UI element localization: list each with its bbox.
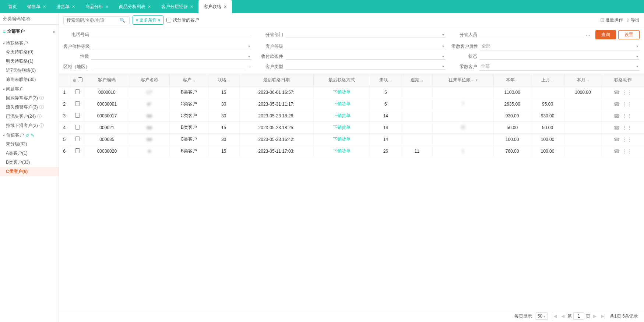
nav-product-list[interactable]: 商品分析列表 ✕ — [114, 0, 156, 13]
contact-method-link[interactable]: 下销货单 — [333, 137, 351, 142]
sidebar-item-today[interactable]: 今天待联络(0) — [0, 47, 59, 57]
more-action-icon[interactable]: ⋮⋮ — [622, 89, 632, 95]
th-checkbox[interactable]: ⚙ — [70, 74, 85, 86]
nav-product-list-close[interactable]: ✕ — [148, 4, 151, 9]
filter-retail-attr-select[interactable]: 全部 ▾ — [480, 42, 640, 50]
contact-icon[interactable]: ☎ — [613, 113, 620, 119]
select-all-checkbox[interactable] — [78, 77, 82, 82]
cell-checkbox[interactable] — [70, 110, 85, 122]
page-input[interactable] — [573, 312, 584, 320]
my-customers-checkbox[interactable] — [166, 18, 171, 22]
filter-payment-select[interactable]: ▾ — [285, 54, 446, 60]
cell-last-method[interactable]: 下销货单 — [313, 122, 370, 134]
page-size-select[interactable]: 50 ▾ — [535, 312, 548, 320]
cell-last-method[interactable]: 下销货单 — [313, 134, 370, 145]
edit-icon[interactable]: ✎ — [31, 133, 34, 138]
filter-customer-type-select[interactable]: ▾ — [285, 64, 446, 70]
first-page-btn[interactable]: |◀ — [551, 313, 558, 319]
filter-manager-input[interactable] — [479, 31, 584, 38]
nav-purchase-close[interactable]: ✕ — [72, 4, 75, 9]
cell-checkbox[interactable] — [70, 134, 85, 145]
filter-region-input[interactable] — [92, 63, 245, 70]
contact-method-link[interactable]: 下销货单 — [333, 101, 351, 106]
row-checkbox[interactable] — [75, 89, 80, 94]
settings-button[interactable]: 设置 — [618, 30, 640, 39]
sidebar-all-customers[interactable]: ≡ 全部客户 « — [0, 26, 59, 37]
cell-last-date: 2023-05-23 18:25: — [239, 122, 313, 134]
more-action-icon[interactable]: ⋮⋮ — [622, 137, 632, 142]
nav-purchase[interactable]: 进货单 ✕ — [51, 0, 80, 13]
sidebar-item-classA[interactable]: A类客户(1) — [0, 149, 59, 158]
row-checkbox[interactable] — [75, 125, 80, 130]
cell-checkbox[interactable] — [70, 86, 85, 98]
prev-page-btn[interactable]: ◀ — [560, 313, 566, 319]
sidebar-item-classB[interactable]: B类客户(33) — [0, 158, 59, 167]
contact-icon[interactable]: ☎ — [613, 125, 620, 131]
nav-product-analysis[interactable]: 商品分析 ✕ — [80, 0, 114, 13]
contact-icon[interactable]: ☎ — [613, 101, 620, 107]
row-checkbox[interactable] — [75, 148, 80, 153]
nav-sales[interactable]: 销售单 ✕ — [22, 0, 51, 13]
cell-last-method[interactable]: 下销货单 — [313, 110, 370, 122]
manager-dots-icon[interactable]: ··· — [586, 32, 590, 38]
row-checkbox[interactable] — [75, 113, 80, 118]
sidebar-item-abnormal[interactable]: 回购异常客户(2) ⓘ — [0, 93, 59, 103]
contact-icon[interactable]: ☎ — [613, 89, 620, 95]
nav-home[interactable]: 首页 — [3, 0, 22, 13]
sidebar-item-ungroup[interactable]: 未分组(32) — [0, 139, 59, 149]
row-checkbox[interactable] — [75, 137, 80, 141]
sort-icon[interactable]: ▾ — [476, 78, 478, 82]
nav-product-analysis-close[interactable]: ✕ — [105, 4, 109, 9]
contact-method-link[interactable]: 下销货单 — [333, 113, 351, 118]
sidebar-collapse-btn[interactable]: « — [53, 29, 56, 35]
next-page-btn[interactable]: ▶ — [592, 313, 598, 319]
query-button[interactable]: 查询 — [595, 30, 616, 39]
sidebar-item-lost[interactable]: 已流失客户(24) ⓘ — [0, 112, 59, 121]
sidebar-item-declining[interactable]: 持续下滑客户(2) ⓘ — [0, 121, 59, 130]
refresh-icon[interactable]: ↺ — [25, 133, 29, 138]
nav-sales-close[interactable]: ✕ — [43, 4, 46, 9]
nav-customer-layer-close[interactable]: ✕ — [190, 4, 193, 9]
filter-retail-select[interactable]: 全部 ▾ — [479, 63, 640, 71]
filter-nature-select[interactable]: ▾ — [91, 54, 251, 60]
my-customers-checkbox-label[interactable]: 我分管的客户 — [166, 17, 199, 23]
contact-method-link[interactable]: 下销货单 — [333, 125, 351, 130]
cell-last-method[interactable]: 下销货单 — [313, 145, 370, 157]
sidebar-item-overdue[interactable]: 逾期未联络(30) — [0, 75, 59, 84]
filter-customer-grade-select[interactable]: ▾ — [285, 43, 446, 49]
more-action-icon[interactable]: ⋮⋮ — [622, 148, 632, 154]
row-checkbox[interactable] — [75, 101, 80, 106]
sidebar-item-tomorrow[interactable]: 明天待联络(1) — [0, 57, 59, 66]
sidebar-item-7days[interactable]: 近7天待联络(0) — [0, 66, 59, 75]
gear-icon[interactable]: ⚙ — [73, 78, 77, 83]
last-page-btn[interactable]: ▶| — [599, 313, 607, 319]
filter-dept-select[interactable]: ▾ — [285, 32, 446, 38]
cell-checkbox[interactable] — [70, 122, 85, 134]
nav-customer-contact-close[interactable]: ✕ — [224, 4, 227, 9]
filter-phone-input[interactable] — [91, 31, 251, 38]
sidebar-item-warning[interactable]: 流失预警客户(3) ⓘ — [0, 103, 59, 112]
filter-status-select[interactable]: ▾ — [479, 54, 640, 60]
toolbar-search-icon[interactable]: 🔍 — [120, 18, 125, 23]
contact-method-link[interactable]: 下销货单 — [333, 148, 351, 153]
cell-checkbox[interactable] — [70, 145, 85, 157]
more-action-icon[interactable]: ⋮⋮ — [622, 125, 632, 131]
batch-ops-btn[interactable]: ☑ 批量操作 — [600, 17, 623, 23]
contact-icon[interactable]: ☎ — [613, 137, 620, 142]
filter-value-grade-select[interactable]: ▾ — [92, 43, 251, 49]
contact-method-link[interactable]: 下销货单 — [333, 89, 351, 95]
export-btn[interactable]: ⇪ 导出 — [626, 17, 640, 23]
region-dots-icon[interactable]: ··· — [247, 64, 251, 70]
cell-last-method[interactable]: 下销货单 — [313, 98, 370, 110]
cell-last-method[interactable]: 下销货单 — [313, 86, 370, 98]
nav-customer-contact[interactable]: 客户联络 ✕ — [198, 0, 232, 13]
cell-checkbox[interactable] — [70, 98, 85, 110]
search-input[interactable] — [67, 18, 118, 23]
more-action-icon[interactable]: ⋮⋮ — [622, 113, 632, 119]
contact-icon[interactable]: ☎ — [613, 148, 620, 154]
sidebar-search-input[interactable] — [3, 16, 58, 21]
more-action-icon[interactable]: ⋮⋮ — [622, 101, 632, 107]
nav-customer-layer[interactable]: 客户分层经营 ✕ — [156, 0, 198, 13]
sidebar-item-classC[interactable]: C类客户(6) — [0, 167, 59, 176]
more-conditions-btn[interactable]: ▾ 更多条件 ▾ — [133, 15, 163, 25]
